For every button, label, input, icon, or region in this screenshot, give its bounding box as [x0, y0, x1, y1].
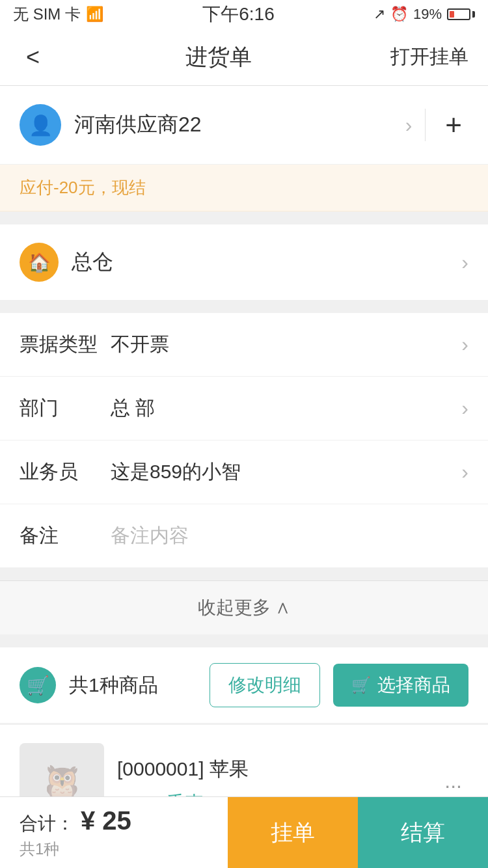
notice-text: 应付-20元，现结	[20, 178, 146, 197]
warehouse-name: 总仓	[72, 248, 455, 277]
hang-button[interactable]: 挂单	[228, 797, 358, 869]
invoice-row[interactable]: 票据类型 不开票 ›	[0, 313, 488, 377]
nav-bar: < 进货单 打开挂单	[0, 29, 488, 86]
product-icon: 🛒	[20, 667, 56, 703]
supplier-avatar: 👤	[20, 104, 61, 146]
invoice-label: 票据类型	[20, 331, 98, 358]
total-amount: ¥ 25	[81, 806, 131, 835]
location-icon: ↗	[373, 6, 385, 23]
product-header: 🛒 共1种商品 修改明细 🛒 选择商品	[0, 647, 488, 724]
divider	[425, 109, 426, 141]
settle-button[interactable]: 结算	[358, 797, 488, 869]
total-section: 合计： ¥ 25 共1种	[0, 806, 228, 860]
add-button[interactable]: +	[439, 109, 468, 141]
product-name: [0000001] 苹果	[117, 756, 425, 783]
warehouse-icon: 🏠	[20, 243, 59, 282]
remark-input[interactable]: 备注内容	[98, 522, 468, 549]
status-carrier: 无 SIM 卡 📶	[13, 4, 103, 25]
avatar-icon: 👤	[29, 114, 53, 137]
select-product-button[interactable]: 🛒 选择商品	[333, 664, 468, 707]
invoice-value: 不开票	[98, 331, 455, 358]
cart-icon: 🛒	[27, 675, 49, 696]
supplier-name: 河南供应商22	[74, 111, 399, 139]
dept-value: 总 部	[98, 395, 455, 422]
remark-label: 备注	[20, 522, 98, 549]
remark-row[interactable]: 备注 备注内容	[0, 504, 488, 567]
status-time: 下午6:16	[202, 2, 275, 27]
invoice-chevron-icon: ›	[461, 332, 468, 357]
dept-row[interactable]: 部门 总 部 ›	[0, 377, 488, 441]
supplier-row[interactable]: 👤 河南供应商22 › +	[0, 86, 488, 165]
wifi-icon: 📶	[86, 6, 103, 23]
battery-indicator	[447, 8, 475, 20]
page-title: 进货单	[185, 42, 252, 72]
total-count: 共1种	[20, 839, 208, 860]
bottom-bar: 合计： ¥ 25 共1种 挂单 结算	[0, 796, 488, 868]
total-label: 合计： ¥ 25	[20, 806, 208, 836]
alarm-icon: ⏰	[390, 6, 408, 23]
edit-detail-button[interactable]: 修改明细	[210, 663, 320, 707]
house-icon: 🏠	[28, 252, 51, 273]
warehouse-chevron-icon: ›	[461, 251, 468, 275]
status-bar: 无 SIM 卡 📶 下午6:16 ↗ ⏰ 19%	[0, 0, 488, 29]
dept-label: 部门	[20, 395, 98, 422]
staff-row[interactable]: 业务员 这是859的小智 ›	[0, 441, 488, 504]
notice-bar: 应付-20元，现结	[0, 165, 488, 211]
select-icon: 🛒	[351, 676, 371, 694]
supplier-chevron-icon: ›	[405, 113, 413, 137]
staff-chevron-icon: ›	[461, 460, 468, 484]
warehouse-row[interactable]: 🏠 总仓 ›	[0, 224, 488, 300]
open-hang-button[interactable]: 打开挂单	[390, 44, 468, 70]
back-button[interactable]: <	[20, 37, 46, 77]
battery-pct: 19%	[413, 6, 442, 23]
main-content: 👤 河南供应商22 › + 应付-20元，现结 🏠 总仓 › 票据类型 不开票 …	[0, 86, 488, 868]
supplier-section: 👤 河南供应商22 › + 应付-20元，现结	[0, 86, 488, 211]
staff-label: 业务员	[20, 459, 98, 485]
collapse-label: 收起更多 ∧	[198, 597, 291, 617]
form-section: 票据类型 不开票 › 部门 总 部 › 业务员 这是859的小智 › 备注 备注…	[0, 313, 488, 567]
dept-chevron-icon: ›	[461, 396, 468, 420]
product-count: 共1种商品	[69, 672, 197, 699]
status-right: ↗ ⏰ 19%	[373, 6, 475, 23]
staff-value: 这是859的小智	[98, 459, 455, 485]
warehouse-section: 🏠 总仓 ›	[0, 224, 488, 300]
collapse-toggle[interactable]: 收起更多 ∧	[0, 580, 488, 634]
